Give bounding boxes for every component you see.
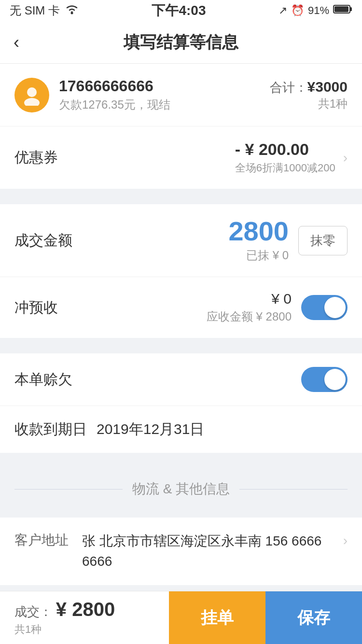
total-label: 合计：¥3000: [270, 79, 348, 96]
customer-total: 合计：¥3000 共1种: [270, 79, 348, 112]
amount-block: 2800 已抹 ¥ 0: [228, 218, 289, 263]
customer-info: 17666666666 欠款1276.35元，现结: [59, 77, 170, 112]
debt-toggle[interactable]: [301, 367, 348, 392]
logistics-line-left: [14, 489, 123, 490]
address-label: 客户地址: [14, 531, 72, 549]
prepay-amount: ¥ 0 应收金额 ¥ 2800: [207, 291, 292, 324]
nav-bar: ‹ 填写结算等信息: [0, 21, 362, 64]
amount-erased: 已抹 ¥ 0: [228, 248, 289, 263]
divider-3: [0, 461, 362, 468]
prepay-description: 应收金额 ¥ 2800: [207, 309, 292, 324]
divider-1: [0, 196, 362, 204]
page-title: 填写结算等信息: [124, 31, 238, 54]
debt-row: 本单赊欠: [0, 353, 362, 406]
debt-section: 本单赊欠 收款到期日 2019年12月31日: [0, 353, 362, 453]
svg-rect-2: [350, 7, 352, 11]
customer-debt: 欠款1276.35元，现结: [59, 97, 170, 112]
logistics-line-right: [239, 489, 348, 490]
debt-label: 本单赊欠: [14, 370, 72, 390]
save-button[interactable]: 保存: [265, 591, 362, 644]
total-count: 共1种: [270, 96, 348, 112]
customer-left: 17666666666 欠款1276.35元，现结: [14, 77, 170, 112]
address-arrow-icon: ›: [343, 533, 348, 548]
bottom-summary: 成交： ¥ 2800 共1种: [0, 599, 169, 637]
logistics-header: 物流 & 其他信息: [0, 468, 362, 510]
amount-label: 成交金额: [14, 231, 72, 251]
customer-phone: 17666666666: [59, 77, 170, 95]
wifi-icon: [65, 4, 79, 17]
back-button[interactable]: ‹: [14, 32, 19, 53]
bottom-bar: 成交： ¥ 2800 共1种 挂单 保存: [0, 591, 362, 644]
battery-icon: [333, 4, 352, 17]
bottom-deal-line: 成交： ¥ 2800: [14, 599, 154, 620]
toggle-knob: [324, 297, 346, 318]
customer-section: 17666666666 欠款1276.35元，现结 合计：¥3000 共1种 优…: [0, 64, 362, 189]
coupon-discount: - ¥ 200.00: [235, 140, 335, 159]
customer-row: 17666666666 欠款1276.35元，现结 合计：¥3000 共1种: [0, 64, 362, 126]
status-bar: 无 SIM 卡 下午4:03 ↗ ⏰ 91%: [0, 0, 362, 21]
amount-section: 成交金额 2800 已抹 ¥ 0 抹零 冲预收 ¥ 0 应收金额 ¥ 2800: [0, 204, 362, 338]
coupon-row[interactable]: 优惠券 - ¥ 200.00 全场6折满1000减200 ›: [0, 126, 362, 189]
svg-point-5: [24, 98, 40, 106]
coupon-description: 全场6折满1000减200: [235, 161, 335, 175]
address-content: 张 北京市市辖区海淀区永丰南 156 6666 6666: [82, 531, 334, 572]
prepay-toggle[interactable]: [301, 295, 348, 320]
prepay-value: ¥ 0: [207, 291, 292, 307]
prepay-row: 冲预收 ¥ 0 应收金额 ¥ 2800: [0, 277, 362, 338]
address-section: 客户地址 张 北京市市辖区海淀区永丰南 156 6666 6666 ›: [0, 518, 362, 585]
amount-right: 2800 已抹 ¥ 0 抹零: [228, 218, 348, 263]
status-time: 下午4:03: [152, 1, 206, 20]
divider-2: [0, 346, 362, 353]
svg-point-4: [27, 87, 37, 97]
duedate-value: 2019年12月31日: [97, 420, 204, 439]
round-button[interactable]: 抹零: [298, 226, 348, 255]
duedate-row: 收款到期日 2019年12月31日: [0, 406, 362, 453]
duedate-label: 收款到期日: [14, 420, 87, 439]
battery-text: 91%: [308, 4, 329, 17]
coupon-label: 优惠券: [14, 148, 58, 168]
logistics-header-section: 物流 & 其他信息: [0, 468, 362, 510]
bottom-amount: ¥ 2800: [56, 599, 115, 620]
status-right: ↗ ⏰ 91%: [278, 4, 352, 17]
coupon-value-block: - ¥ 200.00 全场6折满1000减200: [235, 140, 335, 175]
amount-value: 2800: [228, 218, 289, 245]
debt-toggle-knob: [324, 369, 346, 390]
svg-rect-3: [334, 6, 348, 12]
avatar: [14, 78, 49, 112]
bottom-deal-label: 成交：: [14, 604, 52, 619]
coupon-right: - ¥ 200.00 全场6折满1000减200 ›: [235, 140, 348, 175]
pending-button[interactable]: 挂单: [169, 591, 265, 644]
svg-point-0: [71, 12, 73, 14]
prepay-label: 冲预收: [14, 298, 58, 318]
amount-row: 成交金额 2800 已抹 ¥ 0 抹零: [0, 204, 362, 277]
logistics-title: 物流 & 其他信息: [132, 480, 230, 498]
sim-status: 无 SIM 卡: [10, 3, 60, 18]
location-icon: ↗: [278, 4, 287, 17]
alarm-icon: ⏰: [291, 4, 304, 17]
prepay-right: ¥ 0 应收金额 ¥ 2800: [207, 291, 348, 324]
bottom-count: 共1种: [14, 622, 154, 637]
address-row[interactable]: 客户地址 张 北京市市辖区海淀区永丰南 156 6666 6666 ›: [0, 518, 362, 585]
status-left: 无 SIM 卡: [10, 3, 79, 18]
total-value: ¥3000: [307, 79, 348, 95]
coupon-arrow-icon: ›: [343, 150, 348, 166]
